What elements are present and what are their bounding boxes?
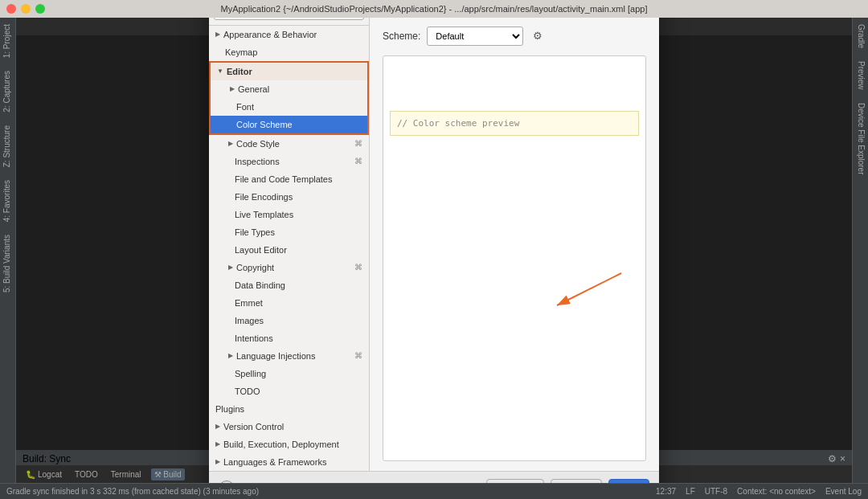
- footer-buttons: Cancel Apply OK: [486, 479, 649, 483]
- event-log-label[interactable]: Event Log: [825, 487, 862, 496]
- vtab-structure[interactable]: Z: Structure: [0, 119, 15, 174]
- gear-icon[interactable]: ⚙: [530, 28, 546, 44]
- status-right: 12:37 LF UTF-8 Context: <no context> Eve…: [656, 487, 862, 496]
- window-title: MyApplication2 {~/AndroidStudioProjects/…: [220, 4, 647, 14]
- status-time: 12:37: [656, 487, 676, 496]
- nav-spelling[interactable]: Spelling: [209, 365, 369, 382]
- status-bar-text: Gradle sync finished in 3 s 332 ms (from…: [6, 487, 259, 496]
- nav-emmet[interactable]: Emmet: [209, 294, 369, 312]
- left-vtabs: 1: Project 2: Captures Z: Structure 4: F…: [0, 18, 16, 483]
- nav-build-execution[interactable]: ▶ Build, Execution, Deployment: [209, 436, 369, 453]
- cancel-button[interactable]: Cancel: [486, 479, 543, 483]
- traffic-lights: [6, 4, 45, 14]
- copyright-shortcut: ⌘: [354, 263, 362, 272]
- nav-file-types[interactable]: File Types: [209, 223, 369, 241]
- code-style-shortcut: ⌘: [354, 139, 362, 148]
- build-close-icon[interactable]: ×: [840, 453, 845, 464]
- copyright-arrow-icon: ▶: [228, 264, 233, 271]
- nav-live-templates[interactable]: Live Templates: [209, 206, 369, 223]
- nav-data-binding[interactable]: Data Binding: [209, 276, 369, 294]
- inspections-shortcut: ⌘: [354, 157, 362, 166]
- scheme-row: Scheme: Default ⚙: [383, 27, 646, 46]
- expand-arrow-icon: ▶: [215, 31, 220, 38]
- nav-font[interactable]: Font: [211, 98, 367, 116]
- vc-arrow-icon: ▶: [215, 423, 220, 430]
- nav-todo[interactable]: TODO: [209, 382, 369, 400]
- nav-inspections[interactable]: Inspections ⌘: [209, 153, 369, 170]
- status-context: Context: <no context>: [737, 487, 816, 496]
- nav-search-container: [209, 18, 369, 26]
- code-style-arrow-icon: ▶: [228, 140, 233, 147]
- minimize-button[interactable]: [21, 4, 31, 14]
- right-panel: Gradle Preview Device File Explorer: [852, 18, 868, 483]
- title-bar: MyApplication2 {~/AndroidStudioProjects/…: [0, 0, 868, 18]
- maximize-button[interactable]: [35, 4, 45, 14]
- dialog-nav: ▶ Appearance & Behavior Keymap ▼: [209, 18, 370, 471]
- dialog-overlay: Preferences: [16, 35, 852, 450]
- nav-keymap[interactable]: Keymap: [209, 43, 369, 61]
- todo-tab[interactable]: TODO: [72, 468, 101, 481]
- terminal-tab[interactable]: Terminal: [108, 468, 145, 481]
- vtab-favorites[interactable]: 4: Favorites: [0, 174, 15, 228]
- status-bar: Gradle sync finished in 3 s 332 ms (from…: [0, 483, 868, 499]
- nav-languages-frameworks[interactable]: ▶ Languages & Frameworks: [209, 453, 369, 471]
- center-area: Preferences: [16, 18, 852, 483]
- preferences-dialog: Preferences: [209, 18, 659, 483]
- nav-appearance[interactable]: ▶ Appearance & Behavior: [209, 26, 369, 43]
- vtab-captures[interactable]: 2: Captures: [0, 64, 15, 119]
- ok-button[interactable]: OK: [608, 479, 649, 483]
- nav-file-code-templates[interactable]: File and Code Templates: [209, 170, 369, 188]
- nav-version-control[interactable]: ▶ Version Control: [209, 418, 369, 436]
- editor-expand-icon: ▼: [217, 67, 223, 75]
- lang-inject-arrow-icon: ▶: [228, 352, 233, 359]
- vtab-preview[interactable]: Preview: [853, 55, 868, 96]
- build-settings-icon[interactable]: ⚙: [828, 453, 837, 464]
- lang-arrow-icon: ▶: [215, 458, 220, 465]
- nav-intentions[interactable]: Intentions: [209, 329, 369, 347]
- build-sync-title: Build: Sync: [23, 453, 71, 464]
- vtab-device-file[interactable]: Device File Explorer: [853, 96, 868, 181]
- dialog-body: ▶ Appearance & Behavior Keymap ▼: [209, 18, 659, 471]
- lang-inject-shortcut: ⌘: [354, 351, 362, 360]
- apply-button[interactable]: Apply: [551, 479, 602, 483]
- vtab-project[interactable]: 1: Project: [0, 18, 15, 64]
- search-input[interactable]: [214, 18, 364, 20]
- help-button[interactable]: ?: [219, 481, 235, 483]
- nav-language-injections[interactable]: ▶ Language Injections ⌘: [209, 347, 369, 365]
- build-tab[interactable]: ⚒ Build: [151, 468, 185, 481]
- arrow-annotation: [541, 265, 637, 313]
- build-arrow-icon: ▶: [215, 440, 220, 448]
- nav-copyright[interactable]: ▶ Copyright ⌘: [209, 259, 369, 276]
- main-window: MyApplication2 {~/AndroidStudioProjects/…: [0, 0, 868, 499]
- vtab-variants[interactable]: 5: Build Variants: [0, 228, 15, 299]
- nav-code-style[interactable]: ▶ Code Style ⌘: [209, 135, 369, 153]
- vtab-gradle[interactable]: Gradle: [853, 18, 868, 55]
- nav-layout-editor[interactable]: Layout Editor: [209, 241, 369, 259]
- ide-body: 1: Project 2: Captures Z: Structure 4: F…: [0, 18, 868, 483]
- dialog-content: Editor › Color Scheme Scheme: Default: [370, 18, 659, 471]
- nav-general[interactable]: ▶ General: [211, 80, 367, 98]
- nav-plugins[interactable]: Plugins: [209, 400, 369, 418]
- logcat-tab[interactable]: 🐛Logcat: [23, 468, 65, 481]
- status-encoding: LF: [686, 487, 695, 496]
- nav-editor-group[interactable]: ▼ Editor: [211, 63, 367, 80]
- close-button[interactable]: [6, 4, 16, 14]
- dialog-footer: ? Cancel Apply OK: [209, 471, 659, 484]
- general-arrow-icon: ▶: [230, 85, 235, 92]
- scheme-select[interactable]: Default: [427, 27, 523, 46]
- status-charset: UTF-8: [705, 487, 727, 496]
- scheme-label: Scheme:: [383, 31, 420, 42]
- nav-images[interactable]: Images: [209, 312, 369, 329]
- nav-file-encodings[interactable]: File Encodings: [209, 188, 369, 206]
- nav-color-scheme[interactable]: Color Scheme: [211, 116, 367, 133]
- color-scheme-preview: // Color scheme preview: [383, 55, 646, 461]
